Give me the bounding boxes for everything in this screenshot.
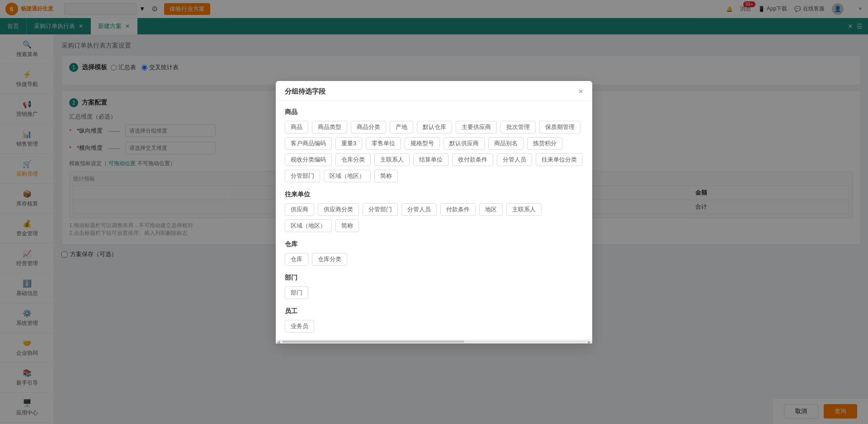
category-dept-tags: 部门 xyxy=(285,286,583,299)
category-warehouse: 仓库 仓库 仓库分类 xyxy=(285,240,583,266)
category-warehouse-tags: 仓库 仓库分类 xyxy=(285,253,583,266)
field-tag-partner-person[interactable]: 分管人员 xyxy=(401,203,437,216)
field-tag-main-contact[interactable]: 主联系人 xyxy=(374,153,410,166)
field-tag-batch-mgmt[interactable]: 批次管理 xyxy=(500,121,536,133)
category-partner-title: 往来单位 xyxy=(285,191,583,199)
category-goods-title: 商品 xyxy=(285,108,583,116)
field-tag-warehouse-category[interactable]: 仓库分类 xyxy=(335,153,371,166)
modal-close-button[interactable]: × xyxy=(578,87,583,95)
field-tag-goods[interactable]: 商品 xyxy=(285,121,308,133)
field-tag-shelf-life[interactable]: 保质期管理 xyxy=(539,121,580,133)
field-tag-main-supplier[interactable]: 主要供应商 xyxy=(456,121,497,133)
field-tag-payment-terms[interactable]: 收付款条件 xyxy=(452,153,493,166)
category-dept-title: 部门 xyxy=(285,274,583,282)
scroll-right-arrow[interactable]: ▶ xyxy=(588,339,591,344)
field-tag-customer-code[interactable]: 客户商品编码 xyxy=(285,137,332,150)
field-tag-responsible-person[interactable]: 分管人员 xyxy=(497,153,532,166)
modal-title: 分组待选字段 xyxy=(285,87,326,96)
field-tag-default-supplier[interactable]: 默认供应商 xyxy=(443,137,485,150)
field-tag-partner-dept[interactable]: 分管部门 xyxy=(363,203,398,216)
category-employee-tags: 业务员 xyxy=(285,320,583,333)
field-tag-goods-alias[interactable]: 商品别名 xyxy=(488,137,524,150)
field-tag-retail-unit[interactable]: 零售单位 xyxy=(366,137,401,150)
modal-body[interactable]: 商品 商品 商品类型 商品分类 产地 默认仓库 主要供应商 批次管理 保质期管理… xyxy=(276,101,592,340)
scrollbar-thumb[interactable] xyxy=(282,341,464,343)
field-tag-region-goods[interactable]: 区域（地区） xyxy=(324,170,371,182)
scrollbar-track xyxy=(282,341,586,343)
modal-overlay: 分组待选字段 × 商品 商品 商品类型 商品分类 产地 默认仓库 主要供应商 批… xyxy=(0,0,868,424)
field-tag-area[interactable]: 地区 xyxy=(479,203,503,216)
scroll-left-arrow[interactable]: ◀ xyxy=(277,339,280,344)
field-tag-partner-category[interactable]: 往来单位分类 xyxy=(536,153,583,166)
category-partner: 往来单位 供应商 供应商分类 分管部门 分管人员 付款条件 地区 主联系人 区域… xyxy=(285,191,583,232)
field-tag-short-name-partner[interactable]: 简称 xyxy=(335,219,359,232)
field-tag-region-partner[interactable]: 区域（地区） xyxy=(285,219,332,232)
category-goods: 商品 商品 商品类型 商品分类 产地 默认仓库 主要供应商 批次管理 保质期管理… xyxy=(285,108,583,182)
field-tag-dept[interactable]: 分管部门 xyxy=(285,170,320,182)
category-goods-tags: 商品 商品类型 商品分类 产地 默认仓库 主要供应商 批次管理 保质期管理 客户… xyxy=(285,121,583,182)
field-tag-tax-code[interactable]: 税收分类编码 xyxy=(285,153,332,166)
field-tag-goods-type[interactable]: 商品类型 xyxy=(312,121,347,133)
field-tag-warehouse-cat[interactable]: 仓库分类 xyxy=(312,253,347,266)
field-tag-origin[interactable]: 产地 xyxy=(390,121,413,133)
field-tag-main-contact-partner[interactable]: 主联系人 xyxy=(506,203,542,216)
field-tag-weight3[interactable]: 重量3 xyxy=(335,137,362,150)
field-tag-supplier-category[interactable]: 供应商分类 xyxy=(318,203,359,216)
field-tag-settlement-unit[interactable]: 结算单位 xyxy=(413,153,448,166)
category-warehouse-title: 仓库 xyxy=(285,240,583,248)
field-tag-supplier[interactable]: 供应商 xyxy=(285,203,314,216)
field-tag-goods-category[interactable]: 商品分类 xyxy=(351,121,386,133)
field-tag-pick-score[interactable]: 拣货积分 xyxy=(527,137,562,150)
field-tag-warehouse[interactable]: 仓库 xyxy=(285,253,308,266)
modal-dialog: 分组待选字段 × 商品 商品 商品类型 商品分类 产地 默认仓库 主要供应商 批… xyxy=(276,81,592,343)
category-employee: 员工 业务员 xyxy=(285,307,583,333)
modal-header: 分组待选字段 × xyxy=(276,81,592,101)
modal-horizontal-scrollbar[interactable]: ◀ ▶ xyxy=(276,340,592,343)
field-tag-salesperson[interactable]: 业务员 xyxy=(285,320,314,333)
field-tag-default-warehouse[interactable]: 默认仓库 xyxy=(417,121,452,133)
field-tag-department[interactable]: 部门 xyxy=(285,286,308,299)
category-partner-tags: 供应商 供应商分类 分管部门 分管人员 付款条件 地区 主联系人 区域（地区） … xyxy=(285,203,583,232)
field-tag-spec-model[interactable]: 规格型号 xyxy=(405,137,440,150)
field-tag-payment-cond[interactable]: 付款条件 xyxy=(440,203,476,216)
category-dept: 部门 部门 xyxy=(285,274,583,299)
field-tag-short-name-goods[interactable]: 简称 xyxy=(374,170,398,182)
category-employee-title: 员工 xyxy=(285,307,583,315)
